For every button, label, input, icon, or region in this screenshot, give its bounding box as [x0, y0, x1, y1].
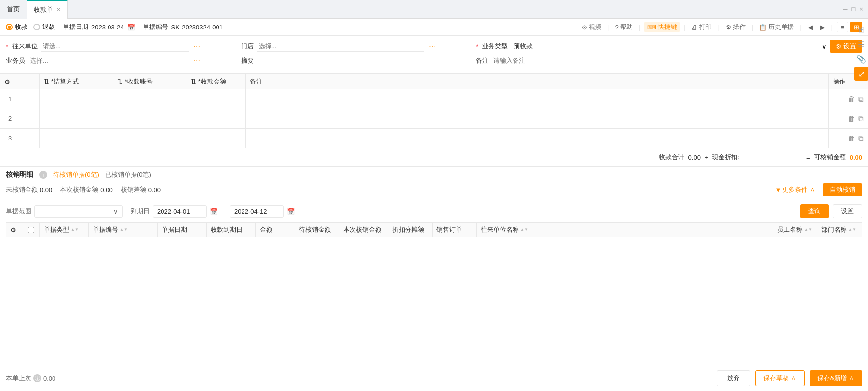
summary-field: 摘要	[241, 56, 437, 66]
row-3-remark[interactable]	[246, 129, 829, 148]
th-amount: ⇅ *收款金额	[187, 74, 246, 89]
store-input[interactable]	[257, 41, 424, 52]
save-new-btn[interactable]: 保存&新增 ∧	[810, 370, 862, 386]
sub-th-checkbox[interactable]	[24, 223, 40, 237]
range-select[interactable]: ∨	[34, 205, 123, 218]
auto-verify-btn[interactable]: 自动核销	[823, 183, 862, 196]
row-2-remark[interactable]	[246, 109, 829, 129]
due-end-input[interactable]	[230, 205, 284, 218]
radio-refund-label: 退款	[42, 23, 55, 31]
total-value: 0.00	[688, 154, 701, 161]
query-btn[interactable]: 查询	[800, 204, 829, 218]
biz-type-value: 预收款	[514, 42, 533, 51]
counterpart-input[interactable]	[41, 41, 189, 52]
row-2-delete-icon[interactable]: 🗑	[848, 114, 855, 123]
window-controls: ─ □ ×	[843, 5, 868, 13]
number-value[interactable]: SK-20230324-001	[171, 24, 223, 31]
save-draft-btn[interactable]: 保存草稿 ∧	[755, 370, 805, 386]
row-1-delete-icon[interactable]: 🗑	[848, 95, 855, 103]
verification-title: 核销明细	[6, 170, 33, 179]
row-1-account[interactable]	[113, 89, 187, 109]
row-2-account[interactable]	[113, 109, 187, 129]
row-1-remark[interactable]	[246, 89, 829, 109]
date-value[interactable]: 2023-03-24	[91, 24, 124, 31]
prev-icon[interactable]: ◀	[806, 23, 814, 32]
filter-icon: ▼	[775, 186, 782, 194]
form-row-2: 业务员 ··· 摘要 备注	[6, 56, 862, 66]
video-btn[interactable]: ⊙ 视频	[580, 22, 603, 32]
row-1-amount[interactable]	[187, 89, 246, 109]
print-btn[interactable]: 🖨 打印	[689, 22, 714, 32]
next-icon[interactable]: ▶	[818, 23, 827, 32]
summary-row: 收款合计 0.00 + 现金折扣: = 可核销金额 0.00	[0, 148, 868, 167]
sidebar-expand-icon[interactable]: ⤢	[854, 67, 868, 81]
tab-close-icon[interactable]: ×	[57, 6, 60, 13]
row-2-amount[interactable]	[187, 109, 246, 129]
list-view-icon[interactable]: ≡	[837, 22, 848, 32]
sub-th-discount: 折扣分摊额	[388, 223, 433, 237]
discount-label: 现金折扣:	[712, 153, 739, 162]
tab-home[interactable]: 首页	[0, 0, 27, 19]
row-2-copy-icon[interactable]: ⧉	[858, 114, 864, 123]
row-1-settlement[interactable]	[40, 89, 113, 109]
th-account: ⇅ *收款账号	[113, 74, 187, 89]
maximize-icon[interactable]: □	[852, 5, 856, 13]
sub-th-department: 部门名称 ▲▼	[817, 223, 862, 237]
abandon-btn[interactable]: 放弃	[717, 370, 750, 386]
due-start-input[interactable]	[153, 205, 207, 218]
store-more-btn[interactable]: ···	[427, 42, 437, 51]
info-icon[interactable]: i	[39, 171, 47, 179]
filter-row: 单据范围 ∨ 到期日 📅 — 📅 查询 设置	[6, 200, 862, 222]
current-value: 0.00	[100, 186, 112, 194]
more-conditions-btn[interactable]: ▼ 更多条件 ∧	[775, 185, 815, 194]
summary-input[interactable]	[257, 56, 437, 66]
row-1-spacer	[20, 89, 40, 109]
calendar-start-icon[interactable]: 📅	[210, 208, 217, 215]
biz-type-label: 业务类型	[482, 42, 508, 51]
footer: 本单上次 ⓘ 0.00 放弃 保存草稿 ∧ 保存&新增 ∧	[0, 365, 868, 391]
staff-input[interactable]	[28, 56, 189, 66]
th-gear[interactable]: ⚙	[0, 74, 20, 89]
row-2-spacer	[20, 109, 40, 129]
close-icon[interactable]: ×	[859, 5, 863, 13]
note-label: 备注	[476, 56, 488, 65]
discount-input[interactable]	[743, 152, 802, 162]
tab-receipt[interactable]: 收款单 ×	[27, 0, 68, 19]
done-tab[interactable]: 已核销单据(0笔)	[105, 170, 151, 179]
row-2-ops: 🗑 ⧉	[829, 109, 868, 129]
shortcut-btn[interactable]: ⌨ 快捷键	[644, 22, 680, 32]
biz-type-dropdown[interactable]: ∨	[822, 43, 827, 50]
counterpart-more-btn[interactable]: ···	[192, 42, 202, 51]
ops-btn[interactable]: ⚙ 操作	[724, 22, 748, 32]
note-input[interactable]	[491, 56, 862, 66]
row-3-copy-icon[interactable]: ⧉	[858, 134, 864, 143]
pending-tab[interactable]: 待核销单据(0笔)	[53, 170, 99, 179]
calendar-icon[interactable]: 📅	[127, 24, 135, 31]
radio-receipt[interactable]: 收款	[6, 23, 27, 31]
row-3-settlement[interactable]	[40, 129, 113, 148]
unverified-label: 未核销金额	[6, 185, 38, 194]
sub-table-header: ⚙ 单据类型 ▲▼ 单据编号 ▲▼ 单据日期 收款到期日 金额 待核销金	[6, 222, 862, 237]
minimize-icon[interactable]: ─	[843, 5, 847, 13]
history-btn[interactable]: 📋 历史单据	[757, 22, 796, 32]
sidebar-table-icon[interactable]: ⊞	[854, 23, 868, 36]
sidebar-list-icon[interactable]: ☰	[854, 37, 868, 51]
calendar-end-icon[interactable]: 📅	[287, 208, 295, 215]
footer-info: 本单上次 ⓘ 0.00	[6, 374, 55, 383]
row-1-copy-icon[interactable]: ⧉	[858, 95, 864, 104]
select-all-checkbox[interactable]	[28, 227, 34, 233]
row-2-settlement[interactable]	[40, 109, 113, 129]
sub-th-doc-date: 单据日期	[158, 223, 207, 237]
row-3-amount[interactable]	[187, 129, 246, 148]
filter-setting-btn[interactable]: 设置	[833, 204, 862, 218]
radio-refund[interactable]: 退款	[33, 23, 55, 31]
sidebar-attach-icon[interactable]: 📎	[854, 52, 868, 66]
tab-bar: 首页 收款单 × ─ □ ×	[0, 0, 868, 19]
sub-th-gear[interactable]: ⚙	[6, 223, 24, 237]
sub-th-amount: 金额	[256, 223, 295, 237]
row-3-account[interactable]	[113, 129, 187, 148]
help-btn[interactable]: ? 帮助	[613, 22, 634, 32]
footer-info-icon[interactable]: ⓘ	[33, 374, 41, 382]
row-3-delete-icon[interactable]: 🗑	[848, 134, 855, 142]
staff-more-btn[interactable]: ···	[192, 56, 202, 65]
